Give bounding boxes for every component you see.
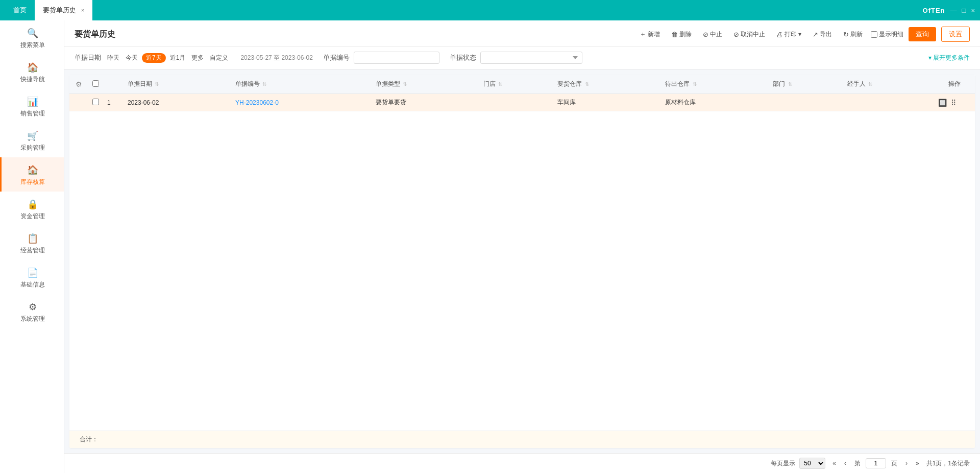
status-filter: 单据状态 bbox=[450, 52, 582, 64]
window-minimize-btn[interactable]: — bbox=[950, 7, 957, 14]
sidebar-item-system[interactable]: ⚙ 系统管理 bbox=[0, 294, 64, 328]
view-action-icon[interactable]: 🔲 bbox=[938, 99, 947, 107]
col-req-warehouse[interactable]: 要货仓库 ⇅ bbox=[553, 75, 661, 94]
print-btn[interactable]: 🖨 打印 ▾ bbox=[773, 29, 804, 40]
refresh-label: 刷新 bbox=[850, 30, 863, 39]
show-detail-checkbox[interactable] bbox=[871, 31, 877, 38]
row-checkbox[interactable] bbox=[92, 99, 99, 105]
sort-date-icon: ⇅ bbox=[155, 81, 159, 87]
sidebar-item-basic-info[interactable]: 📄 基础信息 bbox=[0, 260, 64, 294]
print-label: 打印 bbox=[785, 30, 797, 39]
date-range-display: 2023-05-27 至 2023-06-02 bbox=[240, 54, 312, 62]
sort-no-icon: ⇅ bbox=[262, 81, 266, 87]
expand-more-btn[interactable]: ▾ 展开更多条件 bbox=[928, 54, 970, 62]
status-select[interactable] bbox=[480, 52, 582, 64]
search-button[interactable]: 查询 bbox=[909, 27, 936, 41]
order-no-input[interactable] bbox=[354, 52, 439, 64]
export-icon: ↗ bbox=[813, 31, 818, 38]
per-page-select[interactable]: 50 100 bbox=[799, 458, 825, 469]
row-handler-cell bbox=[843, 94, 934, 111]
row-date-cell: 2023-06-02 bbox=[124, 94, 231, 111]
next-page-btn[interactable]: › bbox=[902, 459, 911, 468]
more-action-icon[interactable]: ⠿ bbox=[951, 99, 956, 107]
sort-store-icon: ⇅ bbox=[498, 81, 502, 87]
stop-btn[interactable]: ⊘ 中止 bbox=[700, 29, 725, 40]
expand-chevron-icon: ▾ bbox=[928, 54, 932, 61]
date-btn-more[interactable]: 更多 bbox=[189, 53, 206, 63]
tab-active-label: 要货单历史 bbox=[43, 6, 76, 15]
sidebar-item-finance[interactable]: 🔒 资金管理 bbox=[0, 192, 64, 226]
col-department[interactable]: 部门 ⇅ bbox=[769, 75, 843, 94]
col-settings[interactable]: ⚙ bbox=[69, 75, 88, 94]
last-page-btn[interactable]: » bbox=[913, 459, 922, 468]
date-btn-custom[interactable]: 自定义 bbox=[208, 53, 230, 63]
delete-btn[interactable]: 🗑 删除 bbox=[668, 29, 695, 40]
col-store[interactable]: 门店 ⇅ bbox=[479, 75, 554, 94]
col-rownum bbox=[103, 75, 124, 94]
sort-req-icon: ⇅ bbox=[585, 81, 589, 87]
col-type[interactable]: 单据类型 ⇅ bbox=[372, 75, 479, 94]
order-no-link[interactable]: YH-20230602-0 bbox=[235, 99, 279, 106]
show-detail-label: 显示明细 bbox=[879, 30, 903, 39]
date-btn-1month[interactable]: 近1月 bbox=[168, 53, 188, 63]
sidebar-item-operations[interactable]: 📋 经营管理 bbox=[0, 226, 64, 260]
page-input[interactable] bbox=[866, 458, 886, 468]
refresh-btn[interactable]: ↻ 刷新 bbox=[840, 29, 866, 40]
row-settings-cell bbox=[69, 94, 88, 111]
operations-icon: 📋 bbox=[27, 233, 38, 244]
sidebar-item-search-menu[interactable]: 🔍 搜索菜单 bbox=[0, 20, 64, 55]
add-label: 新增 bbox=[648, 30, 660, 39]
content-header: 要货单历史 ＋ 新增 🗑 删除 ⊘ 中止 ⊘ 取消中止 bbox=[64, 20, 980, 46]
sidebar-item-label: 快捷导航 bbox=[20, 75, 45, 84]
refresh-icon: ↻ bbox=[843, 31, 849, 38]
window-close-btn[interactable]: × bbox=[971, 7, 975, 14]
filter-area: 单据日期 昨天 今天 近7天 近1月 更多 自定义 2023-05-27 至 2… bbox=[64, 46, 980, 69]
show-detail-toggle[interactable]: 显示明细 bbox=[871, 30, 903, 39]
stop-icon: ⊘ bbox=[703, 31, 708, 38]
date-btn-today[interactable]: 今天 bbox=[124, 53, 140, 63]
add-btn[interactable]: ＋ 新增 bbox=[636, 28, 663, 40]
first-page-btn[interactable]: « bbox=[829, 459, 839, 468]
date-btn-7days[interactable]: 近7天 bbox=[142, 53, 166, 63]
sidebar-item-purchase[interactable]: 🛒 采购管理 bbox=[0, 123, 64, 157]
cancel-stop-label: 取消中止 bbox=[741, 30, 765, 39]
finance-icon: 🔒 bbox=[27, 199, 38, 210]
tab-home[interactable]: 首页 bbox=[5, 0, 35, 20]
print-icon: 🖨 bbox=[776, 31, 783, 38]
tab-close-icon[interactable]: × bbox=[81, 7, 84, 13]
sidebar-item-inventory[interactable]: 🏠 库存核算 bbox=[0, 157, 64, 192]
date-btn-yesterday[interactable]: 昨天 bbox=[105, 53, 121, 63]
window-maximize-btn[interactable]: □ bbox=[962, 7, 966, 14]
main-layout: 🔍 搜索菜单 🏠 快捷导航 📊 销售管理 🛒 采购管理 🏠 库存核算 🔒 资金管… bbox=[0, 20, 980, 473]
col-date[interactable]: 单据日期 ⇅ bbox=[124, 75, 231, 94]
col-no[interactable]: 单据编号 ⇅ bbox=[231, 75, 372, 94]
delete-label: 删除 bbox=[679, 30, 692, 39]
sort-pending-icon: ⇅ bbox=[693, 81, 697, 87]
tab-active[interactable]: 要货单历史 × bbox=[35, 0, 92, 20]
cancel-stop-btn[interactable]: ⊘ 取消中止 bbox=[730, 29, 768, 40]
data-table: ⚙ 单据日期 ⇅ 单据编号 ⇅ 单据类型 ⇅ 门店 ⇅ 要货仓库 ⇅ 待出仓库 … bbox=[69, 75, 975, 111]
prev-page-btn[interactable]: ‹ bbox=[841, 459, 849, 468]
export-btn[interactable]: ↗ 导出 bbox=[810, 29, 835, 40]
col-handler[interactable]: 经手人 ⇅ bbox=[843, 75, 934, 94]
select-all-checkbox[interactable] bbox=[92, 80, 99, 87]
row-num-cell: 1 bbox=[103, 94, 124, 111]
sidebar-item-sales[interactable]: 📊 销售管理 bbox=[0, 89, 64, 123]
stop-label: 中止 bbox=[710, 30, 722, 39]
top-bar: 首页 要货单历史 × OfTEn — □ × bbox=[0, 0, 980, 20]
table-area: ⚙ 单据日期 ⇅ 单据编号 ⇅ 单据类型 ⇅ 门店 ⇅ 要货仓库 ⇅ 待出仓库 … bbox=[69, 75, 975, 448]
total-info: 共1页，1条记录 bbox=[926, 459, 970, 468]
row-no-cell: YH-20230602-0 bbox=[231, 94, 372, 111]
row-store-cell bbox=[479, 94, 554, 111]
table-empty-space bbox=[69, 111, 975, 431]
add-icon: ＋ bbox=[640, 30, 646, 39]
row-req-warehouse-cell: 车间库 bbox=[553, 94, 661, 111]
setting-button[interactable]: 设置 bbox=[941, 27, 970, 42]
row-pending-warehouse-cell: 原材料仓库 bbox=[661, 94, 769, 111]
table-settings-icon[interactable]: ⚙ bbox=[76, 80, 82, 88]
date-filter: 单据日期 昨天 今天 近7天 近1月 更多 自定义 bbox=[75, 53, 230, 63]
sort-dept-icon: ⇅ bbox=[788, 81, 792, 87]
sidebar-item-quick-nav[interactable]: 🏠 快捷导航 bbox=[0, 55, 64, 89]
system-icon: ⚙ bbox=[29, 301, 37, 313]
col-pending-warehouse[interactable]: 待出仓库 ⇅ bbox=[661, 75, 769, 94]
